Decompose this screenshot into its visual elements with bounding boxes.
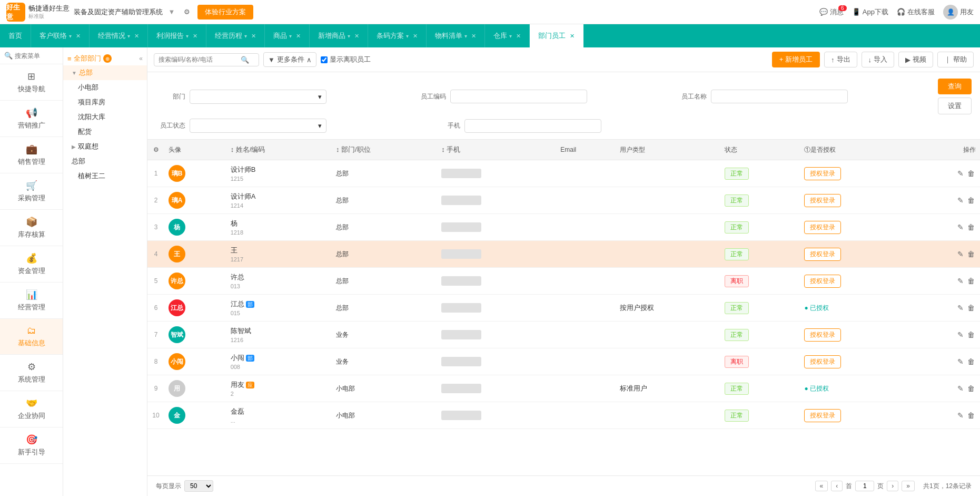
edit-button[interactable]: ✎: [956, 168, 965, 179]
sidebar-search-input[interactable]: [15, 52, 52, 60]
show-resigned-checkbox[interactable]: [321, 56, 328, 63]
col-dept[interactable]: ↕ 部门/职位: [332, 140, 437, 160]
delete-button[interactable]: 🗑: [966, 383, 976, 394]
sidebar-item-purchase[interactable]: 🛒 采购管理: [0, 173, 63, 210]
close-icon[interactable]: ✕: [471, 33, 476, 40]
col-settings[interactable]: ⚙: [147, 140, 164, 160]
auth-button[interactable]: 授权登录: [804, 167, 841, 180]
dept-item-smallelec[interactable]: 小电部: [63, 80, 147, 95]
settings-icon[interactable]: ⚙: [181, 6, 193, 18]
dept-item-corp[interactable]: ▼ 总部: [63, 65, 147, 80]
delete-button[interactable]: 🗑: [966, 356, 976, 367]
close-icon[interactable]: ✕: [354, 33, 359, 40]
edit-button[interactable]: ✎: [956, 303, 965, 313]
auth-button[interactable]: 授权登录: [804, 328, 841, 342]
emp-name-input[interactable]: [711, 90, 848, 103]
tab-warehouse[interactable]: 仓库 ▾ ✕: [485, 24, 530, 47]
sidebar-item-inventory[interactable]: 📦 库存核算: [0, 210, 63, 246]
last-page-btn[interactable]: »: [902, 481, 915, 491]
app-download-action[interactable]: 📱 App下载: [852, 7, 888, 17]
close-icon[interactable]: ✕: [413, 33, 418, 40]
auth-button[interactable]: 授权登录: [804, 221, 841, 234]
close-icon[interactable]: ✕: [76, 33, 81, 40]
edit-button[interactable]: ✎: [956, 329, 965, 340]
next-page-btn[interactable]: ›: [887, 481, 898, 491]
close-icon[interactable]: ✕: [134, 33, 139, 40]
delete-button[interactable]: 🗑: [966, 222, 976, 232]
tab-operations[interactable]: 经营情况 ▾ ✕: [90, 24, 148, 47]
dept-item-delivery[interactable]: 配货: [63, 124, 147, 139]
sidebar-item-quicknav[interactable]: ⊞ 快捷导航: [0, 64, 63, 101]
search-icon[interactable]: 🔍: [241, 56, 249, 64]
close-icon[interactable]: ✕: [251, 33, 256, 40]
auth-button[interactable]: 授权登录: [804, 275, 841, 288]
sidebar-item-finance[interactable]: 💰 资金管理: [0, 246, 63, 283]
show-resigned-checkbox-label[interactable]: 显示离职员工: [321, 55, 371, 64]
dept-select[interactable]: ▾: [190, 90, 326, 104]
sidebar-item-sysadmin[interactable]: ⚙ 系统管理: [0, 355, 63, 391]
col-phone[interactable]: ↕ 手机: [437, 140, 556, 160]
tab-customer[interactable]: 客户联络 ▾ ✕: [31, 24, 90, 47]
close-icon[interactable]: ✕: [193, 33, 197, 40]
first-page-btn[interactable]: «: [815, 481, 828, 491]
tab-bom[interactable]: 物料清单 ▾ ✕: [427, 24, 485, 47]
auth-button[interactable]: 授权登录: [804, 355, 841, 368]
sidebar-item-marketing[interactable]: 📢 营销推广: [0, 101, 63, 137]
delete-button[interactable]: 🗑: [966, 195, 976, 206]
dept-item-plantking[interactable]: 植树王二: [63, 169, 147, 183]
phone-input[interactable]: [464, 119, 601, 133]
delete-button[interactable]: 🗑: [966, 276, 976, 286]
message-action[interactable]: 💬 消息 6: [819, 7, 844, 17]
tab-employee[interactable]: 部门员工 ✕: [530, 24, 583, 47]
user-action[interactable]: 👤 用友: [943, 5, 974, 20]
auth-button[interactable]: 授权登录: [804, 248, 841, 261]
query-button[interactable]: 查询: [938, 79, 972, 94]
tab-barcode[interactable]: 条码方案 ▾ ✕: [368, 24, 427, 47]
delete-button[interactable]: 🗑: [966, 303, 976, 313]
close-icon[interactable]: ✕: [570, 33, 575, 40]
edit-button[interactable]: ✎: [956, 249, 965, 259]
page-input[interactable]: [855, 481, 874, 491]
set-button[interactable]: 设置: [938, 98, 972, 114]
tab-goods[interactable]: 商品 ▾ ✕: [265, 24, 310, 47]
auth-button[interactable]: 授权登录: [804, 194, 841, 207]
prev-page-btn[interactable]: ‹: [831, 481, 843, 491]
edit-button[interactable]: ✎: [956, 195, 965, 206]
sidebar-item-operations[interactable]: 📊 经营管理: [0, 283, 63, 319]
import-button[interactable]: ↓ 导入: [862, 52, 895, 67]
export-button[interactable]: ↑ 导出: [824, 52, 857, 67]
edit-button[interactable]: ✎: [956, 356, 965, 367]
dept-item-hq[interactable]: 总部: [63, 154, 147, 169]
tab-profit[interactable]: 利润报告 ▾ ✕: [148, 24, 206, 47]
delete-button[interactable]: 🗑: [966, 410, 976, 421]
delete-button[interactable]: 🗑: [966, 249, 976, 259]
tab-history[interactable]: 经营历程 ▾ ✕: [206, 24, 265, 47]
close-icon[interactable]: ✕: [516, 33, 521, 40]
trial-button[interactable]: 体验行业方案: [197, 5, 253, 20]
emp-code-input[interactable]: [450, 90, 587, 103]
edit-button[interactable]: ✎: [956, 276, 965, 286]
edit-button[interactable]: ✎: [956, 222, 965, 232]
more-conditions-btn[interactable]: ▼ 更多条件 ∧: [263, 52, 316, 67]
auth-button[interactable]: 授权登录: [804, 409, 841, 422]
delete-button[interactable]: 🗑: [966, 329, 976, 340]
view-button[interactable]: ▶ 视频: [898, 52, 933, 67]
col-name-code[interactable]: ↕ 姓名/编码: [226, 140, 332, 160]
sidebar-item-sales[interactable]: 💼 销售管理: [0, 137, 63, 173]
online-service-action[interactable]: 🎧 在线客服: [897, 7, 935, 17]
sidebar-item-guide[interactable]: 🎯 新手引导: [0, 427, 63, 464]
dept-item-doubledream[interactable]: ▶ 双庭想: [63, 139, 147, 154]
page-size-select[interactable]: 50 100 200: [184, 480, 213, 492]
add-employee-button[interactable]: + 新增员工: [772, 52, 820, 67]
search-input[interactable]: [159, 56, 237, 63]
tab-add-goods[interactable]: 新增商品 ▾ ✕: [310, 24, 368, 47]
sidebar-item-basicinfo[interactable]: 🗂 基础信息: [0, 319, 63, 355]
sidebar-search[interactable]: 🔍: [0, 47, 63, 64]
dept-item-shenyang[interactable]: 沈阳大库: [63, 110, 147, 124]
close-icon[interactable]: ✕: [296, 33, 301, 40]
edit-button[interactable]: ✎: [956, 383, 965, 394]
delete-button[interactable]: 🗑: [966, 168, 976, 179]
system-dropdown-icon[interactable]: ▼: [167, 7, 176, 17]
dept-item-projroom[interactable]: 项目库房: [63, 95, 147, 110]
help-button[interactable]: ｜ 帮助: [937, 52, 974, 67]
